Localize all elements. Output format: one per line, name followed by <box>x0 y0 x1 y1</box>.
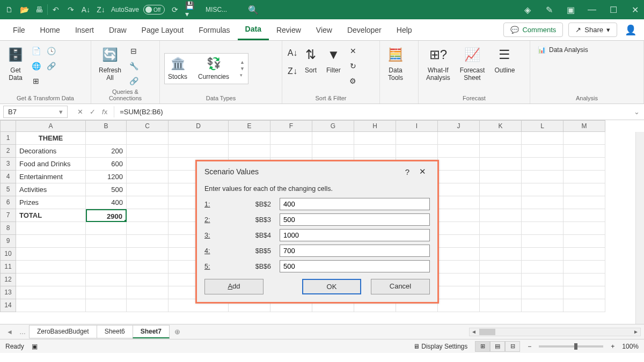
sort-desc-icon[interactable]: Z↓ <box>96 5 106 14</box>
cell-A9[interactable] <box>16 235 86 248</box>
column-header-A[interactable]: A <box>16 120 86 132</box>
recent-sources-icon[interactable]: 🕓 <box>45 45 57 57</box>
cell-I1[interactable] <box>396 132 438 145</box>
file-name[interactable]: MISC... <box>206 6 227 13</box>
cell-M9[interactable] <box>564 235 605 248</box>
formula-input[interactable]: =SUM(B2:B6) <box>114 106 630 117</box>
cell-C13[interactable] <box>127 286 169 299</box>
outline-button[interactable]: ☰ Outline <box>491 43 518 76</box>
search-icon[interactable]: 🔍 <box>248 5 258 14</box>
column-header-E[interactable]: E <box>229 120 270 132</box>
cell-K13[interactable] <box>480 286 522 299</box>
tab-page-layout[interactable]: Page Layout <box>134 20 192 40</box>
scenario-value-input-5[interactable] <box>280 260 430 272</box>
row-header-7[interactable]: 7 <box>0 209 16 222</box>
cell-M5[interactable] <box>564 183 605 196</box>
select-all-corner[interactable] <box>0 120 16 132</box>
cell-K3[interactable] <box>480 158 522 171</box>
cell-K7[interactable] <box>480 209 522 222</box>
zoom-slider[interactable] <box>539 345 603 348</box>
enter-formula-icon[interactable]: ✓ <box>90 108 96 116</box>
cell-M10[interactable] <box>564 248 605 261</box>
tab-formulas[interactable]: Formulas <box>191 20 237 40</box>
horizontal-scrollbar[interactable]: ◄► <box>469 328 641 336</box>
cell-G1[interactable] <box>312 132 354 145</box>
cell-J9[interactable] <box>438 235 480 248</box>
print-icon[interactable]: 🖶 <box>34 5 44 14</box>
column-header-G[interactable]: G <box>312 120 354 132</box>
tab-draw[interactable]: Draw <box>101 20 134 40</box>
cell-K11[interactable] <box>480 261 522 274</box>
column-header-B[interactable]: B <box>86 120 127 132</box>
share-button[interactable]: ↗ Share ▾ <box>568 23 617 37</box>
cell-A1[interactable]: THEME <box>16 132 86 145</box>
cell-J5[interactable] <box>438 183 480 196</box>
scenario-value-input-3[interactable] <box>280 229 430 241</box>
cell-A10[interactable] <box>16 248 86 261</box>
tab-review[interactable]: Review <box>269 20 309 40</box>
get-data-button[interactable]: 🗄️ Get Data <box>4 43 27 84</box>
cell-C3[interactable] <box>127 158 169 171</box>
tab-view[interactable]: View <box>309 20 340 40</box>
tab-data[interactable]: Data <box>238 19 269 40</box>
cell-C7[interactable] <box>127 209 169 222</box>
refresh-all-button[interactable]: 🔄 Refresh All <box>96 43 125 84</box>
scenario-value-input-1[interactable] <box>280 198 430 210</box>
cell-H2[interactable] <box>354 145 396 158</box>
window-icon[interactable]: ▣ <box>566 5 575 14</box>
cell-M11[interactable] <box>564 261 605 274</box>
column-header-M[interactable]: M <box>564 120 605 132</box>
column-header-I[interactable]: I <box>396 120 438 132</box>
undo-icon[interactable]: ↶ <box>51 5 61 14</box>
cell-C6[interactable] <box>127 196 169 209</box>
cell-J8[interactable] <box>438 222 480 235</box>
cell-B1[interactable] <box>86 132 127 145</box>
sheet-nav-prev[interactable]: ◄ <box>3 328 16 336</box>
data-analysis-button[interactable]: 📊 Data Analysis <box>535 43 591 57</box>
vertical-scrollbar[interactable] <box>635 132 644 324</box>
sort-az-icon[interactable]: A↓ <box>287 47 298 59</box>
row-header-12[interactable]: 12 <box>0 274 16 286</box>
cell-F1[interactable] <box>270 132 312 145</box>
cell-L2[interactable] <box>522 145 564 158</box>
cell-F2[interactable] <box>270 145 312 158</box>
zoom-level[interactable]: 100% <box>622 343 639 350</box>
reapply-icon[interactable]: ↻ <box>347 60 359 72</box>
add-button[interactable]: Add <box>204 279 264 294</box>
cell-C11[interactable] <box>127 261 169 274</box>
cell-K12[interactable] <box>480 274 522 286</box>
cell-C1[interactable] <box>127 132 169 145</box>
dialog-help-button[interactable]: ? <box>400 167 415 176</box>
column-header-L[interactable]: L <box>522 120 564 132</box>
dialog-close-button[interactable]: ✕ <box>415 167 430 176</box>
sheet-tab-sheet7[interactable]: Sheet7 <box>133 325 170 338</box>
scenario-value-input-4[interactable] <box>280 245 430 257</box>
row-header-14[interactable]: 14 <box>0 299 16 312</box>
page-break-button[interactable]: ⊟ <box>505 341 520 352</box>
from-web-icon[interactable]: 🌐 <box>30 60 42 72</box>
cell-D1[interactable] <box>169 132 229 145</box>
expand-formula-icon[interactable]: ⌄ <box>630 108 644 116</box>
tab-insert[interactable]: Insert <box>68 20 101 40</box>
row-header-6[interactable]: 6 <box>0 196 16 209</box>
cell-C5[interactable] <box>127 183 169 196</box>
refresh-icon[interactable]: ⟳ <box>170 5 180 14</box>
page-layout-button[interactable]: ▤ <box>490 341 505 352</box>
cell-E2[interactable] <box>229 145 270 158</box>
cell-B6[interactable]: 400 <box>86 196 127 209</box>
cell-A3[interactable]: Food and Drinks <box>16 158 86 171</box>
from-table-icon[interactable]: ⊞ <box>30 75 42 87</box>
column-header-F[interactable]: F <box>270 120 312 132</box>
what-if-button[interactable]: ⊞? What-If Analysis <box>423 43 453 84</box>
cell-A14[interactable] <box>16 299 86 312</box>
row-header-3[interactable]: 3 <box>0 158 16 171</box>
macro-record-icon[interactable]: ▣ <box>32 343 38 350</box>
cell-A5[interactable]: Activities <box>16 183 86 196</box>
row-header-11[interactable]: 11 <box>0 261 16 274</box>
cell-K14[interactable] <box>480 299 522 312</box>
cell-L6[interactable] <box>522 196 564 209</box>
cell-K8[interactable] <box>480 222 522 235</box>
row-header-4[interactable]: 4 <box>0 171 16 183</box>
cell-M6[interactable] <box>564 196 605 209</box>
cell-B13[interactable] <box>86 286 127 299</box>
